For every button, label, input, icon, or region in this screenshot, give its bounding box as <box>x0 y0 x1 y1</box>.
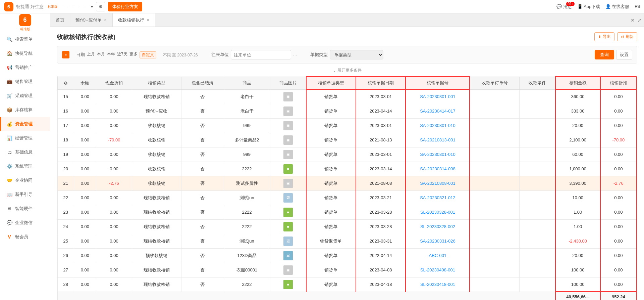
hardware-icon: 🖥 <box>6 206 12 211</box>
sidebar-item-search[interactable]: 🔍 搜索菜单 <box>0 32 50 46</box>
sidebar-item-marketing[interactable]: 📢 营销推广 <box>0 60 50 75</box>
sidebar-item-system[interactable]: ⚙️ 系统管理 <box>0 159 50 173</box>
cell-writeoff-amount: 100.00 <box>555 263 600 277</box>
sidebar-item-shortcut[interactable]: 🏠 快捷导航 <box>0 46 50 60</box>
writeoff-no-link[interactable]: SL-20230408-001 <box>420 267 455 272</box>
writeoff-no-link[interactable]: SA-20210813-001 <box>420 137 455 142</box>
sidebar-item-finance[interactable]: 💰 资金管理 <box>0 117 50 131</box>
cell-no: 27 <box>58 263 74 277</box>
writeoff-no-link[interactable]: SA-20230331-026 <box>420 239 455 244</box>
cell-cash-discount: 0.00 <box>96 234 132 248</box>
settings-gear-btn[interactable]: ⚙ <box>96 2 105 11</box>
writeoff-no-link[interactable]: SA-20230301-010 <box>420 123 455 128</box>
writeoff-no-link[interactable]: ABC-001 <box>429 253 447 258</box>
message-badge[interactable]: 💬 消息 99+ <box>556 4 572 10</box>
cell-collection-order <box>470 133 519 147</box>
product-image: ▣ <box>283 121 293 130</box>
date-7days[interactable]: 近7天 <box>117 51 127 58</box>
cell-writeoff-doc-type: 销货单 <box>306 277 356 292</box>
writeoff-no-link[interactable]: SA-20230301-010 <box>420 152 455 157</box>
tab-prepay-close[interactable]: ✕ <box>104 18 107 22</box>
page-title: 收款核销执行(按收款) <box>57 33 115 41</box>
export-icon: ⬆ <box>598 35 601 39</box>
workspace-dropdown[interactable]: — — — — — ▾ <box>63 4 93 9</box>
cell-collection-order <box>470 118 519 133</box>
tab-home[interactable]: 首页 <box>50 13 70 27</box>
table-row: 24 0.00 0.00 现结收款核销 否 2222 ■ 销货单 2023-03… <box>58 219 637 234</box>
sidebar-item-member[interactable]: V 畅会员 <box>0 230 50 244</box>
export-btn[interactable]: ⬆ 导出 <box>594 32 614 41</box>
sidebar-item-hardware[interactable]: 🖥 智能硬件 <box>0 202 50 216</box>
col-settings[interactable]: ⚙ <box>58 77 74 89</box>
page-content: 收款核销执行(按收款) ⬆ 导出 ↺ 刷新 <box>50 27 644 300</box>
sidebar-item-guide[interactable]: 📖 新手引导 <box>0 187 50 202</box>
cell-writeoff-amount: 20.00 <box>555 248 600 263</box>
cell-writeoff-doc-type: 销货单 <box>306 205 356 219</box>
col-writeoff-amount: 核销金额 <box>555 77 600 89</box>
date-this-year[interactable]: 本年 <box>107 51 115 58</box>
sidebar-item-operations[interactable]: 📊 经营管理 <box>0 131 50 145</box>
date-this-month[interactable]: 本月 <box>97 51 105 58</box>
date-custom[interactable]: 自定义 <box>140 51 156 58</box>
cell-balance: 0.00 <box>74 118 96 133</box>
doc-type-select[interactable]: 单据类型 <box>330 50 383 59</box>
sidebar-item-wechat[interactable]: 💬 企业微信 <box>0 216 50 230</box>
app-download[interactable]: 📱 App下载 <box>577 4 600 10</box>
refresh-btn[interactable]: ↺ 刷新 <box>617 32 637 41</box>
cell-writeoff-no: SL-20230408-001 <box>406 263 470 277</box>
counterparty-more-dots[interactable]: ··· <box>293 52 297 57</box>
date-last-month[interactable]: 上月 <box>87 51 95 58</box>
trial-btn[interactable]: 体验行业方案 <box>108 2 142 11</box>
expand-more-btn[interactable]: ⌄ 展开更多条件 <box>333 68 362 73</box>
writeoff-no-link[interactable]: SA-20210808-001 <box>420 181 455 186</box>
sidebar-item-inventory[interactable]: 📦 库存核算 <box>0 103 50 117</box>
cell-include-settled: 否 <box>181 118 224 133</box>
member-icon: V <box>6 234 12 240</box>
sidebar-item-label-member: 畅会员 <box>15 234 28 240</box>
table-row: 23 0.00 0.00 现结收款核销 否 2222 ■ 销货单 2023-03… <box>58 205 637 219</box>
sidebar-item-corp[interactable]: 🤝 企业协同 <box>0 173 50 187</box>
writeoff-no-link[interactable]: SL-20230328-002 <box>420 224 455 229</box>
cell-product: 测试jun <box>224 190 270 205</box>
writeoff-no-link[interactable]: SA-20230301-001 <box>420 94 455 99</box>
sidebar-item-purchase[interactable]: 🛒 采购管理 <box>0 89 50 103</box>
sidebar-item-base[interactable]: 🗂 基础信息 <box>0 145 50 159</box>
top-bar: 6 畅捷通·好生意 标准版 — — — — — ▾ ⚙ 体验行业方案 💬 消息 … <box>0 0 644 13</box>
writeoff-no-link[interactable]: SA-20230314-008 <box>420 166 455 171</box>
tab-close-btn[interactable]: ✕ <box>631 17 635 23</box>
writeoff-no-link[interactable]: SA-20230321-012 <box>420 195 455 200</box>
tab-maximize-btn[interactable]: ⤢ <box>637 17 641 23</box>
filter-expand-btn[interactable]: » <box>62 51 69 58</box>
system-icon: ⚙️ <box>6 164 12 169</box>
writeoff-no-link[interactable]: SL-20230328-001 <box>420 210 455 215</box>
cell-collection-condition <box>519 147 555 162</box>
message-count: 99+ <box>566 2 575 6</box>
table-row: 22 0.00 0.00 现结收款核销 否 测试jun 🖼 销货单 2023-0… <box>58 190 637 205</box>
cell-writeoff-no: SA-20210808-001 <box>406 176 470 190</box>
cell-include-settled: 否 <box>181 190 224 205</box>
online-service[interactable]: 👤 在线客服 <box>605 4 629 10</box>
sidebar-item-sales[interactable]: 💼 销售管理 <box>0 75 50 89</box>
cell-product: 老白干 <box>224 89 270 104</box>
cell-include-settled: 否 <box>181 205 224 219</box>
tab-prepay[interactable]: 预付冲应付单 ✕ <box>70 13 113 27</box>
cell-writeoff-discount: 0.00 <box>600 104 637 118</box>
cell-writeoff-type: 收款核销 <box>132 162 181 176</box>
query-btn[interactable]: 查询 <box>595 50 614 59</box>
product-image: ■ <box>283 164 293 174</box>
tab-collection[interactable]: 收款核销执行 ✕ <box>113 13 155 27</box>
col-collection-condition: 收款条件 <box>519 77 555 89</box>
writeoff-no-link[interactable]: SL-20230418-001 <box>420 282 455 287</box>
counterparty-input[interactable] <box>231 50 291 59</box>
cell-product-img: 🖼 <box>270 234 306 248</box>
user-display[interactable]: Rit <box>635 4 640 9</box>
cell-product: 999 <box>224 118 270 133</box>
cell-writeoff-doc-type: 销货单 <box>306 176 356 190</box>
writeoff-no-link[interactable]: SA-20230414-017 <box>420 109 455 114</box>
tab-collection-close[interactable]: ✕ <box>146 18 150 22</box>
data-table: ⚙ 余额 现金折扣 核销类型 包含已结清 商品 商品图片 核销单据类型 核销单据… <box>57 76 637 300</box>
setting-btn[interactable]: 设置 <box>616 50 632 60</box>
cell-writeoff-type: 收款核销 <box>132 176 181 190</box>
cell-no: 22 <box>58 190 74 205</box>
date-more[interactable]: 更多 <box>129 51 138 58</box>
